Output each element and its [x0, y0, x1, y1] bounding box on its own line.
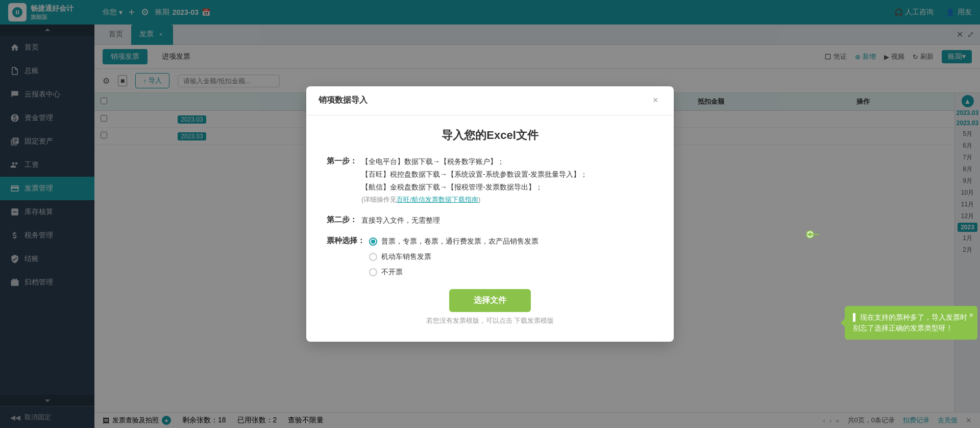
- radio-label-2: 机动车销售发票: [381, 252, 431, 261]
- step2-content: 直接导入文件，无需整理: [361, 214, 440, 227]
- radio-option-2[interactable]: 机动车销售发票: [369, 252, 538, 261]
- dialog-main-title: 导入您的Excel文件: [327, 128, 653, 143]
- radio-circle-2: [369, 253, 377, 261]
- step2-label: 第二步：: [327, 215, 357, 227]
- select-file-btn[interactable]: 选择文件: [449, 289, 531, 312]
- radio-option-1[interactable]: 普票，专票，卷票，通行费发票，农产品销售发票: [369, 237, 538, 246]
- step1-content: 【全电平台】数据下载→【税务数字账户】； 【百旺】税控盘数据下载→【系统设置-系…: [361, 155, 587, 206]
- footer-note-text: 若您没有发票模版，可以点击: [426, 317, 512, 324]
- radio-label-1: 普票，专票，卷票，通行费发票，农产品销售发票: [381, 237, 538, 246]
- radio-circle-1: [369, 237, 377, 246]
- tooltip-line: [807, 234, 819, 235]
- tooltip-text: ▌: [853, 313, 858, 321]
- tooltip-close-btn[interactable]: ×: [969, 310, 973, 321]
- dialog: 销项数据导入 × 导入您的Excel文件 第一步： 【全电平台】数据下载→【税务…: [306, 86, 674, 342]
- radio-circle-3: [369, 268, 377, 276]
- ticket-row: 票种选择： 普票，专票，卷票，通行费发票，农产品销售发票 机动车销售发票 不开票: [327, 235, 653, 277]
- ticket-label: 票种选择：: [327, 236, 365, 277]
- download-template-link[interactable]: 下载发票模版: [514, 317, 554, 324]
- dialog-title: 销项数据导入: [318, 95, 368, 106]
- step1-line1: 【全电平台】数据下载→【税务数字账户】；: [361, 155, 587, 168]
- dialog-footer-note: 若您没有发票模版，可以点击 下载发票模版: [327, 316, 653, 325]
- dialog-body: 导入您的Excel文件 第一步： 【全电平台】数据下载→【税务数字账户】； 【百…: [306, 115, 674, 342]
- step1-line2: 【百旺】税控盘数据下载→【系统设置-系统参数设置-发票批量导入】；: [361, 168, 587, 181]
- step1-label: 第一步：: [327, 156, 357, 206]
- step2-row: 第二步： 直接导入文件，无需整理: [327, 214, 653, 227]
- guide-link[interactable]: 百旺/航信发票数据下载指南: [397, 196, 478, 203]
- step1-note: (详细操作见百旺/航信发票数据下载指南): [361, 194, 587, 205]
- dialog-close-btn[interactable]: ×: [649, 94, 662, 107]
- modal-overlay[interactable]: 销项数据导入 × 导入您的Excel文件 第一步： 【全电平台】数据下载→【税务…: [0, 0, 980, 428]
- radio-option-3[interactable]: 不开票: [369, 268, 538, 277]
- radio-group: 普票，专票，卷票，通行费发票，农产品销售发票 机动车销售发票 不开票: [369, 237, 538, 277]
- tooltip-bubble: × ▌ 现在支持的票种多了，导入发票时别忘了选择正确的发票类型呀！: [845, 306, 977, 340]
- tooltip-content: 现在支持的票种多了，导入发票时别忘了选择正确的发票类型呀！: [853, 313, 967, 332]
- step1-row: 第一步： 【全电平台】数据下载→【税务数字账户】； 【百旺】税控盘数据下载→【系…: [327, 155, 653, 206]
- radio-label-3: 不开票: [381, 268, 403, 277]
- dialog-header: 销项数据导入 ×: [306, 86, 674, 115]
- step1-line3: 【航信】金税盘数据下载→【报税管理-发票数据导出】；: [361, 181, 587, 194]
